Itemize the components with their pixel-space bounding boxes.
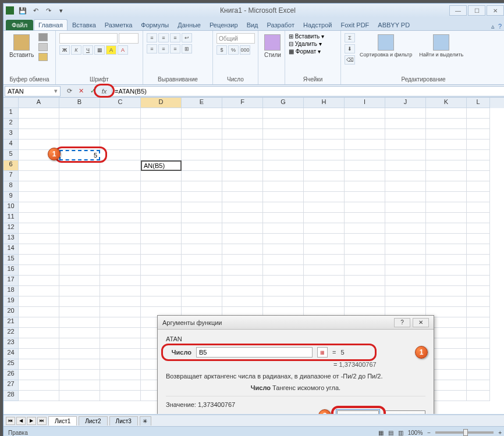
cell[interactable]	[263, 160, 304, 171]
cell[interactable]	[182, 108, 222, 119]
cell[interactable]	[19, 223, 59, 234]
close-button[interactable]: ✕	[487, 5, 504, 16]
dialog-titlebar[interactable]: Аргументы функции ? ✕	[158, 316, 434, 330]
cell[interactable]	[426, 286, 467, 296]
cell[interactable]	[100, 265, 141, 276]
cell[interactable]	[467, 234, 490, 244]
redo-icon[interactable]: ↷	[43, 5, 54, 16]
cell[interactable]	[304, 119, 345, 129]
cell[interactable]	[141, 296, 182, 307]
cell[interactable]	[222, 181, 263, 192]
cell[interactable]	[385, 192, 426, 202]
cell[interactable]	[182, 223, 222, 234]
cell[interactable]	[426, 265, 467, 276]
cell[interactable]	[467, 391, 490, 401]
dialog-help-icon[interactable]: ?	[394, 318, 410, 327]
arg-input[interactable]	[196, 347, 313, 358]
cell[interactable]	[263, 181, 304, 192]
copy-icon[interactable]	[38, 43, 48, 51]
cell[interactable]	[263, 234, 304, 244]
row-header[interactable]: 25	[3, 359, 19, 370]
border-icon[interactable]: ▦	[94, 45, 105, 55]
row-header[interactable]: 20	[3, 307, 19, 317]
cell[interactable]	[59, 307, 100, 317]
worksheet-grid[interactable]: A B C D E F G H I J K L 1234556AN(B5)789…	[3, 98, 504, 414]
undo-icon[interactable]: ↶	[30, 5, 41, 16]
cell[interactable]	[467, 244, 490, 255]
row-header[interactable]: 22	[3, 328, 19, 338]
cell[interactable]	[141, 192, 182, 202]
insert-cells-button[interactable]: ⊞ Вставить ▾	[289, 33, 337, 40]
cell[interactable]	[182, 286, 222, 296]
cell[interactable]	[59, 223, 100, 234]
qat-dropdown-icon[interactable]: ▾	[56, 5, 66, 16]
cell[interactable]	[304, 255, 345, 265]
cell[interactable]	[385, 129, 426, 140]
row-header[interactable]: 5	[3, 150, 19, 160]
cell[interactable]	[426, 296, 467, 307]
dialog-close-icon[interactable]: ✕	[413, 318, 429, 327]
cell[interactable]	[345, 160, 385, 171]
cell[interactable]	[19, 171, 59, 181]
cell[interactable]	[19, 391, 59, 401]
cell[interactable]	[345, 296, 385, 307]
cell[interactable]	[426, 150, 467, 160]
cell[interactable]	[304, 108, 345, 119]
cell[interactable]	[59, 359, 100, 370]
cell[interactable]	[141, 171, 182, 181]
cell[interactable]	[100, 192, 141, 202]
cell[interactable]	[59, 234, 100, 244]
save-icon[interactable]: 💾	[17, 5, 28, 16]
cell[interactable]	[19, 213, 59, 223]
cell[interactable]	[182, 296, 222, 307]
cell[interactable]	[19, 307, 59, 317]
cell[interactable]	[385, 108, 426, 119]
cell[interactable]	[263, 202, 304, 213]
cell[interactable]	[263, 265, 304, 276]
cell[interactable]	[467, 181, 490, 192]
cell[interactable]	[263, 286, 304, 296]
cell[interactable]	[100, 171, 141, 181]
cell[interactable]	[19, 181, 59, 192]
cell[interactable]	[467, 380, 490, 391]
cell[interactable]	[19, 108, 59, 119]
cell[interactable]	[222, 255, 263, 265]
cell[interactable]	[385, 119, 426, 129]
cell[interactable]	[19, 370, 59, 380]
fill-icon[interactable]: ⬇	[345, 44, 355, 53]
cell[interactable]	[345, 140, 385, 150]
cell[interactable]	[304, 276, 345, 286]
tab-data[interactable]: Данные	[173, 20, 205, 30]
row-header[interactable]: 7	[3, 171, 19, 181]
cell[interactable]	[59, 349, 100, 359]
cell[interactable]	[19, 296, 59, 307]
tab-view[interactable]: Вид	[243, 20, 262, 30]
cell[interactable]	[222, 140, 263, 150]
cell[interactable]	[385, 223, 426, 234]
cell[interactable]	[141, 213, 182, 223]
cell[interactable]	[182, 276, 222, 286]
cell[interactable]	[467, 265, 490, 276]
tab-developer[interactable]: Разработ	[263, 20, 299, 30]
cell[interactable]	[222, 119, 263, 129]
cell[interactable]	[100, 255, 141, 265]
zoom-out-button[interactable]: −	[427, 430, 431, 436]
cell[interactable]	[100, 108, 141, 119]
cell[interactable]	[100, 160, 141, 171]
align-left-icon[interactable]: ≡	[147, 44, 157, 53]
zoom-level[interactable]: 100%	[408, 430, 423, 436]
cell[interactable]	[141, 202, 182, 213]
cell[interactable]	[59, 244, 100, 255]
enter-formula-icon[interactable]: ✓	[87, 87, 98, 96]
tab-insert[interactable]: Вставка	[68, 20, 100, 30]
cell[interactable]	[345, 213, 385, 223]
cell[interactable]	[222, 286, 263, 296]
col-header[interactable]: G	[263, 98, 304, 108]
cell[interactable]	[59, 213, 100, 223]
cell[interactable]	[19, 255, 59, 265]
align-bot-icon[interactable]: ≡	[170, 33, 180, 42]
cell[interactable]	[345, 265, 385, 276]
cell[interactable]	[100, 244, 141, 255]
cell[interactable]	[222, 244, 263, 255]
cell[interactable]	[59, 129, 100, 140]
